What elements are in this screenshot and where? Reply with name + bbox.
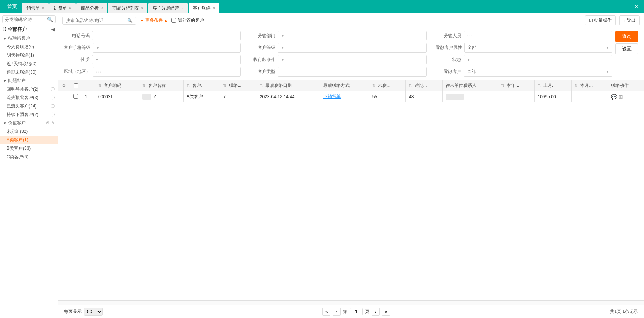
- sidebar-search-input[interactable]: [5, 17, 46, 22]
- sidebar-search-icon[interactable]: 🔍: [47, 17, 53, 22]
- customer-grade-field: 客户等级 ▼: [250, 43, 426, 53]
- tab-sales-close[interactable]: ×: [42, 6, 44, 10]
- sidebar-item-repurchase-abnormal[interactable]: 回购异常客户(2) ⓘ: [0, 85, 58, 93]
- sidebar-item-class-a[interactable]: A类客户(1): [0, 136, 58, 144]
- main-search-box[interactable]: 🔍: [62, 17, 136, 25]
- tab-analysis[interactable]: 商品分析 ×: [76, 3, 107, 13]
- group-pending-contact[interactable]: ▼ 待联络客户: [0, 34, 58, 43]
- page-number-input[interactable]: [350, 308, 363, 315]
- churned-label: 已流失客户(24): [7, 103, 36, 109]
- tab-customer-contact-label: 客户联络: [193, 5, 211, 11]
- col-icon-type: ⇅: [187, 83, 190, 88]
- overdue-label: 逾期未联络(30): [7, 69, 36, 75]
- set-button[interactable]: 设置: [615, 43, 638, 54]
- sidebar-item-churned[interactable]: 已流失客户(24) ⓘ: [0, 102, 58, 110]
- col-icon-overdue: ⇅: [409, 83, 412, 88]
- row-checkbox[interactable]: [73, 94, 78, 99]
- tab-analysis-close[interactable]: ×: [101, 6, 103, 10]
- col-last-date-label: 最后联络日期: [265, 83, 292, 88]
- price-grade-select[interactable]: ▼: [93, 43, 241, 53]
- sidebar-item-class-b[interactable]: B类客户(33): [0, 144, 58, 153]
- tomorrow-label: 明天待联络(1): [7, 52, 34, 59]
- col-overdue: ⇅ 逾期...: [406, 80, 442, 91]
- cell-index: 1: [82, 91, 95, 102]
- batch-action-label: 批量操作: [594, 17, 612, 24]
- sidebar-collapse-icon[interactable]: ◀: [51, 27, 55, 32]
- export-button[interactable]: ↑ 导出: [619, 15, 640, 25]
- content-area: 🔍 ▼ 更多条件 ▲ 我分管的客户 ☑ 批量操作 ↑ 导出: [58, 13, 644, 318]
- horizontal-scrollbar[interactable]: [58, 300, 644, 305]
- first-page-button[interactable]: «: [322, 308, 330, 316]
- tab-analysis-list-close[interactable]: ×: [141, 6, 143, 10]
- chat-action-icon[interactable]: 💬: [611, 94, 617, 100]
- group-value-customers[interactable]: ▼ 价值客户 ↺ ✎: [0, 119, 58, 127]
- cell-checkbox: [70, 91, 82, 102]
- edit-icon[interactable]: ✎: [51, 121, 55, 126]
- all-customers-header[interactable]: ⠿ 全部客户 ◀: [0, 25, 58, 34]
- sidebar-item-tomorrow[interactable]: 明天待联络(1): [0, 51, 58, 60]
- sidebar-item-today[interactable]: 今天待联络(0): [0, 43, 58, 51]
- grid-action-icon[interactable]: ⊞: [619, 94, 623, 100]
- payment-select[interactable]: ▼: [278, 55, 426, 64]
- phone-input[interactable]: [92, 31, 241, 40]
- churn-warning-label: 流失预警客户(3): [7, 95, 39, 101]
- cell-name: ?: [139, 91, 183, 102]
- tab-customer-segment[interactable]: 客户分层经营 ×: [148, 3, 188, 13]
- customer-grade-select[interactable]: ▼: [278, 43, 426, 53]
- status-label: 状态: [436, 57, 461, 63]
- region-input[interactable]: ···: [93, 67, 241, 77]
- value-arrow-icon: ▼: [3, 121, 7, 125]
- status-select[interactable]: ▼: [464, 55, 612, 64]
- tab-purchase-close[interactable]: ×: [69, 6, 71, 10]
- main-search-icon[interactable]: 🔍: [127, 18, 133, 23]
- main-search-input[interactable]: [66, 18, 126, 23]
- sidebar-item-declining[interactable]: 持续下滑客户(2) ⓘ: [0, 110, 58, 119]
- sidebar-item-unclassified[interactable]: 未分组(32): [0, 127, 58, 136]
- col-no-contact-label: 未联...: [378, 83, 390, 88]
- cell-last-month: 10995.00: [534, 91, 572, 102]
- last-method-link[interactable]: 下销货单: [323, 94, 341, 99]
- nature-select[interactable]: ▼: [92, 55, 241, 64]
- group-problem-customers[interactable]: ▼ 问题客户: [0, 77, 58, 85]
- more-filters-button[interactable]: ▼ 更多条件 ▲: [140, 17, 168, 24]
- page-size-select[interactable]: 20 50 100 200: [84, 308, 103, 316]
- tab-sales[interactable]: 销售单 ×: [22, 3, 49, 13]
- col-last-month-label: 上月...: [543, 83, 556, 88]
- sidebar-search-box[interactable]: 🔍: [2, 15, 56, 23]
- tab-customer-contact[interactable]: 客户联络 ×: [189, 3, 219, 13]
- advanced-filter-panel: 电话号码 分管部门 ▼ 分管人员: [58, 28, 644, 80]
- select-all-checkbox[interactable]: [74, 83, 78, 88]
- scroll-inner: [58, 301, 644, 301]
- sidebar: 🔍 ⠿ 全部客户 ◀ ▼ 待联络客户 今天待联络(0) 明天待联络(1) 近7天…: [0, 13, 58, 318]
- next-page-button[interactable]: ›: [372, 308, 380, 316]
- my-customers-filter[interactable]: 我分管的客户: [171, 17, 204, 24]
- info-icon-2: ⓘ: [51, 95, 55, 100]
- tab-customer-contact-close[interactable]: ×: [213, 6, 215, 10]
- home-tab[interactable]: 首页: [3, 0, 21, 13]
- tab-analysis-list[interactable]: 商品分析列表 ×: [108, 3, 148, 13]
- batch-action-button[interactable]: ☑ 批量操作: [585, 15, 616, 25]
- cell-last-method: 下销货单: [320, 91, 369, 102]
- tab-purchase[interactable]: 进货单 ×: [49, 3, 76, 13]
- gear-icon[interactable]: ⚙: [62, 83, 66, 88]
- query-button[interactable]: 查询: [615, 31, 638, 42]
- my-customers-checkbox[interactable]: [171, 18, 176, 23]
- tab-customer-segment-close[interactable]: ×: [181, 6, 183, 10]
- retail-customer-label: 零散客户: [436, 68, 461, 75]
- last-page-button[interactable]: »: [382, 308, 390, 316]
- filter-row-2: 客户价格等级 ▼ 客户等级 ▼: [64, 43, 612, 53]
- col-this-month-label: 本月...: [580, 83, 593, 88]
- person-input[interactable]: ···: [464, 31, 612, 40]
- global-close-button[interactable]: ×: [632, 3, 641, 10]
- sidebar-item-churn-warning[interactable]: 流失预警客户(3) ⓘ: [0, 93, 58, 102]
- retail-customer-select[interactable]: 全部 ▼: [464, 67, 612, 77]
- sidebar-item-class-c[interactable]: C类客户(6): [0, 153, 58, 161]
- prev-page-button[interactable]: ‹: [333, 308, 341, 316]
- sidebar-item-7days[interactable]: 近7天待联络(0): [0, 60, 58, 68]
- sidebar-item-overdue[interactable]: 逾期未联络(30): [0, 68, 58, 77]
- customer-type-input[interactable]: [278, 67, 426, 77]
- dept-select[interactable]: ▼: [278, 31, 426, 40]
- refresh-icon[interactable]: ↺: [46, 121, 49, 126]
- col-icon-no-contact: ⇅: [372, 83, 376, 88]
- retail-attr-select[interactable]: 全部 ▼: [464, 43, 612, 53]
